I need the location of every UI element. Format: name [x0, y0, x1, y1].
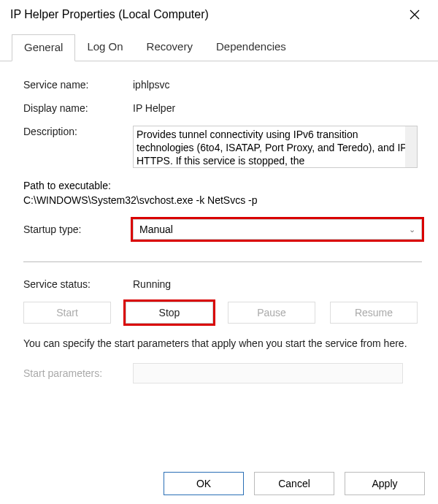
tab-log-on[interactable]: Log On [75, 34, 134, 61]
start-params-label: Start parameters: [23, 367, 133, 379]
tab-strip: General Log On Recovery Dependencies [0, 34, 438, 61]
chevron-down-icon: ⌄ [409, 225, 415, 234]
description-label: Description: [23, 126, 133, 137]
service-status-label: Service status: [23, 278, 133, 290]
service-status-value: Running [133, 278, 171, 290]
startup-type-select[interactable]: Manual ⌄ [133, 219, 422, 240]
description-text: Provides tunnel connectivity using IPv6 … [137, 129, 410, 167]
description-scrollbar[interactable] [405, 126, 417, 167]
tab-dependencies[interactable]: Dependencies [204, 34, 298, 61]
pause-button: Pause [228, 302, 315, 324]
titlebar: IP Helper Properties (Local Computer) [0, 0, 438, 29]
start-params-input [133, 363, 403, 383]
service-name-label: Service name: [23, 79, 133, 91]
tab-content-general: Service name: iphlpsvc Display name: IP … [0, 61, 438, 402]
path-value: C:\WINDOWS\System32\svchost.exe -k NetSv… [23, 194, 422, 206]
start-params-note: You can specify the start parameters tha… [23, 337, 422, 351]
startup-type-label: Startup type: [23, 224, 133, 235]
separator [23, 261, 422, 262]
startup-type-value: Manual [139, 224, 173, 235]
tab-general[interactable]: General [12, 34, 75, 61]
path-label: Path to executable: [23, 180, 422, 191]
ok-button[interactable]: OK [164, 472, 244, 495]
close-button[interactable] [400, 0, 429, 29]
resume-button: Resume [330, 302, 418, 324]
service-name-value: iphlpsvc [133, 79, 170, 91]
apply-button[interactable]: Apply [345, 472, 425, 495]
display-name-value: IP Helper [133, 102, 175, 114]
window-title: IP Helper Properties (Local Computer) [9, 8, 209, 21]
cancel-button[interactable]: Cancel [254, 472, 334, 495]
description-textbox[interactable]: Provides tunnel connectivity using IPv6 … [133, 126, 418, 168]
display-name-label: Display name: [23, 102, 133, 114]
stop-button[interactable]: Stop [126, 302, 213, 324]
close-icon [410, 9, 420, 20]
dialog-footer: OK Cancel Apply [164, 472, 425, 495]
start-button: Start [23, 302, 111, 324]
tab-recovery[interactable]: Recovery [135, 34, 204, 61]
